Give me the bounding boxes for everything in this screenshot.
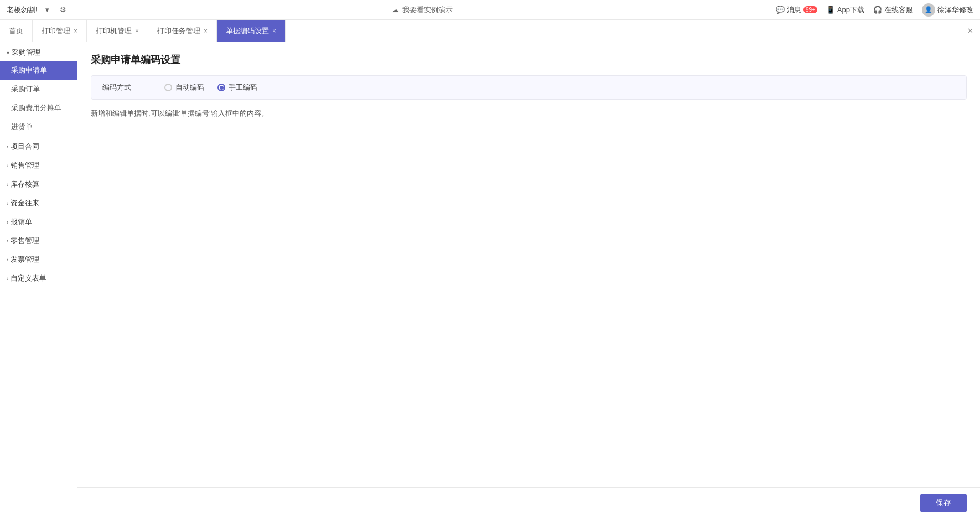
sidebar-group-expense: › 报销单 — [0, 211, 77, 230]
chevron-right-icon2: › — [7, 163, 8, 169]
radio-auto-circle — [164, 84, 172, 91]
sidebar-item-purchase-request[interactable]: 采购申请单 — [0, 61, 77, 80]
chevron-right-icon4: › — [7, 200, 8, 206]
sidebar-group-inventory: › 库存核算 — [0, 174, 77, 193]
user-name: 徐泽华修改 — [937, 5, 973, 15]
tab-encode-settings-label: 单据编码设置 — [226, 26, 269, 36]
encoding-label: 编码方式 — [102, 82, 131, 92]
chevron-right-icon3: › — [7, 182, 8, 188]
demo-text[interactable]: 我要看实例演示 — [402, 5, 453, 15]
online-service-button[interactable]: 🎧 在线客服 — [873, 5, 913, 15]
sidebar-group-expense-title[interactable]: › 报销单 — [0, 211, 77, 230]
app-icon: 📱 — [826, 6, 835, 14]
tab-printer-management-close[interactable]: × — [135, 27, 139, 35]
cloud-icon: ☁ — [392, 6, 399, 14]
chevron-right-icon7: › — [7, 257, 8, 263]
close-all-icon: ✕ — [967, 27, 973, 35]
sidebar-group-purchase: ▾ 采购管理 采购申请单 采购订单 采购费用分摊单 进货单 — [0, 42, 77, 136]
sidebar-group-custom: › 自定义表单 — [0, 268, 77, 287]
tab-home[interactable]: 首页 — [0, 20, 33, 42]
manual-encode-label: 手工编码 — [229, 82, 257, 92]
chevron-right-icon5: › — [7, 219, 8, 225]
main-layout: ▾ 采购管理 采购申请单 采购订单 采购费用分摊单 进货单 › 项目合同 › 销… — [0, 42, 980, 518]
radio-manual-circle — [217, 84, 225, 91]
sidebar-group-sales: › 销售管理 — [0, 155, 77, 174]
tab-printer-management[interactable]: 打印机管理 × — [87, 20, 148, 42]
content-area: 采购申请单编码设置 编码方式 自动编码 手工编码 新增和编辑单据时,可以编辑'单… — [77, 42, 980, 518]
settings-icon[interactable]: ⚙ — [58, 4, 69, 15]
sidebar-item-inbound[interactable]: 进货单 — [0, 117, 77, 136]
sidebar-group-funds-title[interactable]: › 资金往来 — [0, 193, 77, 211]
tab-home-label: 首页 — [9, 26, 23, 36]
sidebar-group-invoice: › 发票管理 — [0, 249, 77, 268]
sidebar-group-expense-label: 报销单 — [11, 217, 32, 227]
dropdown-icon[interactable]: ▾ — [42, 4, 53, 15]
sidebar-group-sales-title[interactable]: › 销售管理 — [0, 155, 77, 174]
tab-print-task-close[interactable]: × — [204, 27, 208, 35]
chevron-right-icon8: › — [7, 276, 8, 282]
page-title: 采购申请单编码设置 — [91, 53, 967, 66]
radio-manual-encode[interactable]: 手工编码 — [217, 82, 257, 92]
tab-print-task[interactable]: 打印任务管理 × — [148, 20, 217, 42]
chevron-right-icon6: › — [7, 238, 8, 244]
sidebar-group-retail: › 零售管理 — [0, 230, 77, 249]
sidebar-item-purchase-order[interactable]: 采购订单 — [0, 80, 77, 99]
tab-print-management-close[interactable]: × — [74, 27, 77, 35]
radio-auto-encode[interactable]: 自动编码 — [164, 82, 204, 92]
sidebar-group-invoice-title[interactable]: › 发票管理 — [0, 249, 77, 268]
sidebar-group-project-title[interactable]: › 项目合同 — [0, 136, 77, 155]
top-bar-title: 老板勿割! — [7, 5, 38, 15]
message-button[interactable]: 💬 消息 99+ — [776, 5, 817, 15]
sidebar-group-funds: › 资金往来 — [0, 193, 77, 211]
sidebar: ▾ 采购管理 采购申请单 采购订单 采购费用分摊单 进货单 › 项目合同 › 销… — [0, 42, 77, 518]
online-service-label: 在线客服 — [884, 5, 913, 15]
tabs-bar: 首页 打印管理 × 打印机管理 × 打印任务管理 × 单据编码设置 × ✕ — [0, 20, 980, 42]
chevron-right-icon: › — [7, 144, 8, 150]
top-bar-left: 老板勿割! ▾ ⚙ — [7, 4, 69, 15]
sidebar-item-purchase-expense[interactable]: 采购费用分摊单 — [0, 99, 77, 117]
top-bar: 老板勿割! ▾ ⚙ ☁ 我要看实例演示 💬 消息 99+ 📱 App下载 🎧 在… — [0, 0, 980, 20]
auto-encode-label: 自动编码 — [175, 82, 204, 92]
message-label: 消息 — [787, 5, 801, 15]
top-bar-center: ☁ 我要看实例演示 — [392, 5, 453, 15]
tab-print-task-label: 打印任务管理 — [157, 26, 200, 36]
bottom-bar: 保存 — [77, 487, 980, 518]
close-all-button[interactable]: ✕ — [961, 20, 980, 42]
app-download-label: App下载 — [837, 5, 864, 15]
chevron-down-icon: ▾ — [7, 50, 9, 56]
tab-encode-settings-close[interactable]: × — [272, 27, 276, 35]
message-icon: 💬 — [776, 6, 785, 14]
tab-print-management-label: 打印管理 — [42, 26, 70, 36]
sidebar-group-inventory-label: 库存核算 — [11, 179, 39, 189]
tab-printer-management-label: 打印机管理 — [96, 26, 132, 36]
sidebar-group-custom-title[interactable]: › 自定义表单 — [0, 268, 77, 287]
user-profile-button[interactable]: 👤 徐泽华修改 — [922, 3, 973, 17]
tab-encode-settings[interactable]: 单据编码设置 × — [217, 20, 286, 42]
avatar: 👤 — [922, 3, 935, 17]
encoding-section: 编码方式 自动编码 手工编码 — [91, 75, 967, 100]
sidebar-group-custom-label: 自定义表单 — [11, 273, 46, 283]
sidebar-group-project-label: 项目合同 — [11, 142, 39, 152]
sidebar-group-retail-label: 零售管理 — [11, 236, 39, 246]
content-inner: 采购申请单编码设置 编码方式 自动编码 手工编码 新增和编辑单据时,可以编辑'单… — [77, 42, 980, 487]
app-download-button[interactable]: 📱 App下载 — [826, 5, 864, 15]
save-button[interactable]: 保存 — [920, 494, 967, 512]
sidebar-group-retail-title[interactable]: › 零售管理 — [0, 230, 77, 249]
top-bar-right: 💬 消息 99+ 📱 App下载 🎧 在线客服 👤 徐泽华修改 — [776, 3, 973, 17]
sidebar-group-invoice-label: 发票管理 — [11, 255, 39, 265]
sidebar-group-funds-label: 资金往来 — [11, 198, 39, 208]
description-text: 新增和编辑单据时,可以编辑'单据编号'输入框中的内容。 — [91, 108, 967, 118]
sidebar-group-sales-label: 销售管理 — [11, 160, 39, 170]
sidebar-group-purchase-label: 采购管理 — [12, 48, 40, 58]
message-badge: 99+ — [803, 6, 817, 13]
sidebar-group-purchase-title[interactable]: ▾ 采购管理 — [0, 42, 77, 61]
tab-print-management[interactable]: 打印管理 × — [33, 20, 87, 42]
sidebar-group-inventory-title[interactable]: › 库存核算 — [0, 174, 77, 193]
radio-group-encoding: 自动编码 手工编码 — [164, 82, 257, 92]
sidebar-group-project: › 项目合同 — [0, 136, 77, 155]
headset-icon: 🎧 — [873, 6, 882, 14]
